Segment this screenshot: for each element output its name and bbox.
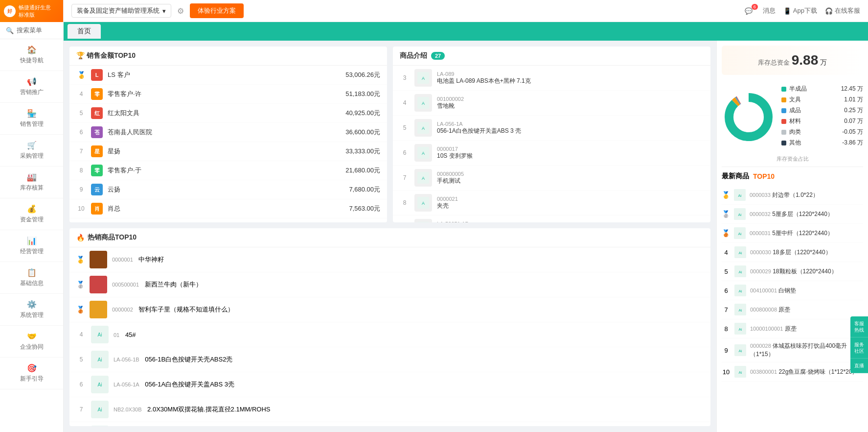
- sidebar-item-purchase[interactable]: 🛒 采购管理: [0, 135, 63, 167]
- product-name: 18颗粒板（1220*2440）: [773, 268, 837, 275]
- legend-value: 0.25 万: [844, 106, 863, 115]
- online-service-item[interactable]: 🎧 在线客服: [825, 6, 860, 15]
- sidebar-item-operations[interactable]: 📊 经营管理: [0, 230, 63, 262]
- newest-products-list: 🥇 Ai 0000033 封边带（1.0*22） 🥈 Ai 0000032 5厘…: [722, 186, 863, 382]
- product-code: 0000031: [750, 230, 771, 236]
- float-btn-live[interactable]: 直播: [850, 359, 868, 373]
- message-item[interactable]: 💬 6 消息: [745, 6, 776, 15]
- system-selector[interactable]: 装备及固定资产辅助管理系统 ▾: [71, 4, 171, 18]
- nav-icon-operations: 📊: [27, 236, 37, 245]
- table-row: 6 苍 苍南县人民医院 36,600.00元: [69, 123, 387, 142]
- message-icon: 💬: [745, 7, 753, 15]
- legend-dot: [781, 87, 786, 92]
- rank-number: 4: [76, 91, 86, 97]
- nav-label-collab: 企业协同: [20, 343, 44, 351]
- trophy-icon: 🏆: [76, 51, 85, 59]
- product-name: 夹壳: [437, 202, 704, 210]
- float-btn-community[interactable]: 服务社区: [850, 337, 868, 359]
- customer-name: 肖总: [108, 204, 344, 213]
- table-row: 10 肖 肖总 7,563.00元: [69, 199, 387, 218]
- chart-area: 半成品 12.45 万 文具 1.01 万 成品 0.25 万: [722, 81, 863, 153]
- search-menu-label: 搜索菜单: [17, 26, 42, 35]
- product-info: 000800008 原垄: [750, 306, 863, 314]
- nav-icon-basics: 📋: [27, 268, 37, 277]
- main-area: 装备及固定资产辅助管理系统 ▾ ⚙ 体验行业方案 💬 6 消息 📱 App下载 …: [64, 0, 868, 432]
- sidebar-item-system[interactable]: ⚙️ 系统管理: [0, 294, 63, 326]
- sidebar-item-marketing[interactable]: 📢 营销推广: [0, 71, 63, 103]
- sidebar-item-finance[interactable]: 💰 资金管理: [0, 198, 63, 230]
- avatar: 星: [91, 145, 103, 157]
- product-image: Ai: [734, 208, 746, 220]
- svg-text:A: A: [422, 176, 425, 181]
- top-right-actions: 💬 6 消息 📱 App下载 🎧 在线客服: [745, 6, 860, 15]
- chart-legend: 半成品 12.45 万 文具 1.01 万 成品 0.25 万: [781, 85, 863, 149]
- sidebar-item-collab[interactable]: 🤝 企业协同: [0, 326, 63, 358]
- rank-number: 5: [400, 124, 410, 131]
- settings-icon[interactable]: ⚙: [177, 6, 184, 16]
- rank-number: 7: [400, 174, 410, 181]
- tab-home[interactable]: 首页: [68, 24, 101, 39]
- product-image: Ai: [91, 326, 109, 343]
- rank-medal-3: 🥉: [722, 229, 730, 237]
- trial-button[interactable]: 体验行业方案: [190, 3, 244, 18]
- list-item: 8 Ai 0000011 12070519-xs: [69, 422, 710, 426]
- product-code: LA-59651-1B: [437, 221, 704, 223]
- hot-products-card: 🔥 热销商品TOP10 🥇 0000001 中华神籽: [69, 228, 710, 426]
- product-code: 001000002: [437, 96, 704, 102]
- list-item: 4 A 001000002 雪地靴: [393, 91, 710, 116]
- sold-products-title: 商品介绍: [400, 51, 427, 60]
- nav-icon-purchase: 🛒: [27, 141, 37, 150]
- sidebar-item-quick-nav[interactable]: 🏠 快捷导航: [0, 39, 63, 71]
- product-info: 10000100001 原垄: [750, 325, 863, 333]
- sidebar-item-basics[interactable]: 📋 基础信息: [0, 262, 63, 294]
- headset-icon: 🎧: [825, 7, 833, 15]
- svg-text:A: A: [422, 151, 425, 156]
- legend-item-material: 材料 0.07 万: [781, 117, 863, 125]
- svg-rect-14: [90, 251, 107, 268]
- list-item: 7 A 000800005 手机测试: [393, 166, 710, 191]
- dropdown-icon: ▾: [162, 7, 166, 15]
- product-image: A: [414, 94, 432, 112]
- rank-number: 4: [400, 99, 410, 106]
- list-item: 🥇 Ai 0000033 封边带（1.0*22）: [722, 186, 863, 205]
- product-code: LA-056-1B: [114, 357, 139, 362]
- rank-number: 4: [76, 331, 86, 338]
- product-code: 0000021: [437, 196, 704, 202]
- product-name: 18多层（1220*2440）: [773, 249, 831, 256]
- legend-label: 其他: [789, 139, 839, 147]
- table-row: 4 零 零售客户·许 51,183.00元: [69, 85, 387, 104]
- legend-item-other: 其他 -3.86 万: [781, 139, 863, 147]
- sold-products-list: 3 A LA-089 电池盖 LA-089 ABS本色+黑种 7.1克 4: [393, 66, 710, 222]
- customer-ranking-header: 🏆 销售金额TOP10: [69, 47, 387, 66]
- rank-number: 7: [76, 148, 86, 155]
- product-image: Ai: [91, 376, 109, 393]
- product-info: 0000032 5厘多层（1220*2440）: [750, 210, 863, 218]
- product-image: Ai: [734, 344, 746, 356]
- product-name: 056-1B白色按键开关壳ABS2壳: [145, 356, 232, 363]
- system-name: 装备及固定资产辅助管理系统: [77, 6, 160, 15]
- list-item: 8 A 0000021 夹壳: [393, 191, 710, 216]
- list-item: 9 Ai 0000028 体城荔枝味苏打饮品400毫升（1*15）: [722, 338, 863, 362]
- app-download-item[interactable]: 📱 App下载: [783, 6, 817, 15]
- float-btn-service[interactable]: 客服热线: [850, 316, 868, 337]
- product-code: 0000028: [750, 343, 771, 349]
- fire-icon: 🔥: [76, 234, 85, 241]
- list-item: 5 Ai LA-056-1B 056-1B白色按键开关壳ABS2壳: [69, 347, 710, 372]
- product-info: 003800001 22g鱼豆腐·烧烤味（1*12*20）: [750, 368, 863, 376]
- sidebar-header: 好 畅捷通好生意 标准版: [0, 0, 63, 22]
- product-name: 2.0X30MM双摆花轴.摆花直径2.1MM/ROHS: [147, 406, 270, 413]
- legend-dot: [781, 141, 786, 145]
- sidebar-item-inventory[interactable]: 🏭 库存核算: [0, 167, 63, 198]
- table-row: 5 红 红太阳文具 40,925.00元: [69, 104, 387, 123]
- product-code: 000500001: [112, 282, 139, 288]
- sidebar-item-guide[interactable]: 🎯 新手引导: [0, 358, 63, 389]
- search-menu-item[interactable]: 🔍 搜索菜单: [0, 22, 63, 39]
- product-info: 0000029 18颗粒板（1220*2440）: [750, 267, 863, 276]
- product-info: 0000028 体城荔枝味苏打饮品400毫升（1*15）: [750, 342, 863, 359]
- legend-value: -3.86 万: [842, 139, 863, 147]
- sidebar-item-sales[interactable]: 🏪 销售管理: [0, 103, 63, 135]
- product-code: 000800005: [437, 171, 704, 177]
- nav-icon-marketing: 📢: [27, 77, 37, 86]
- product-name: 新西兰牛肉（新牛）: [145, 281, 202, 288]
- list-item: 4 Ai 0000030 18多层（1220*2440）: [722, 243, 863, 262]
